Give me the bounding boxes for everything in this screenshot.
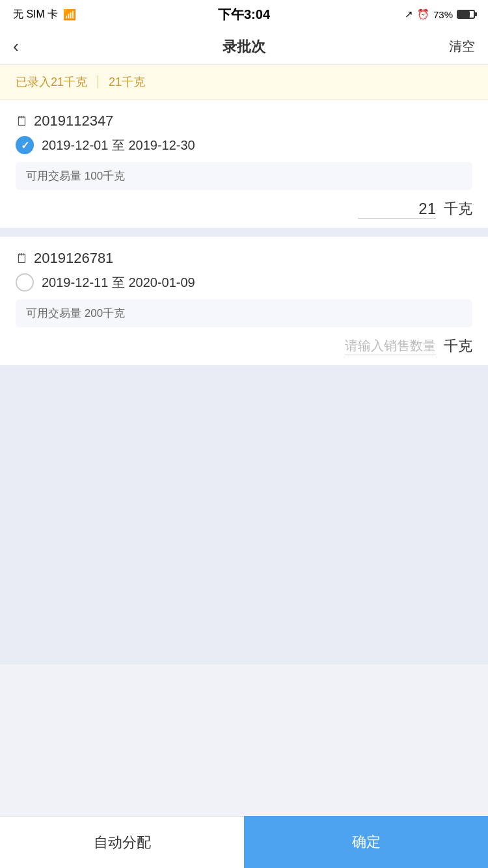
batch-1-qty-value: 21 <box>418 200 436 217</box>
batch-2-placeholder: 请输入销售数量 <box>345 338 436 353</box>
batch-2-number: 2019126781 <box>34 250 113 267</box>
batch-1-number: 2019112347 <box>34 113 113 129</box>
batch-1-available: 可用交易量 100千克 <box>16 162 472 190</box>
batch-2-date-row[interactable]: 2019-12-11 至 2020-01-09 <box>16 273 472 292</box>
batch-1-unit: 千克 <box>444 199 472 219</box>
batch-2-content: 🗒 2019126781 2019-12-11 至 2020-01-09 可用交… <box>0 237 488 327</box>
battery-percent: 73% <box>433 9 453 20</box>
batch-2-available-text: 可用交易量 200千克 <box>26 307 125 319</box>
summary-divider <box>98 75 98 88</box>
empty-area <box>0 365 488 664</box>
batch-item-2: 🗒 2019126781 2019-12-11 至 2020-01-09 可用交… <box>0 237 488 365</box>
batch-2-unit: 千克 <box>444 336 472 356</box>
back-button[interactable]: ‹ <box>13 36 19 57</box>
status-time: 下午3:04 <box>218 6 270 23</box>
batch-1-content: 🗒 2019112347 2019-12-01 至 2019-12-30 可用交… <box>0 100 488 190</box>
batch-1-date-row[interactable]: 2019-12-01 至 2019-12-30 <box>16 136 472 154</box>
battery-icon <box>457 10 475 19</box>
batch-2-icon: 🗒 <box>16 251 29 266</box>
batch-1-number-row: 🗒 2019112347 <box>16 113 472 129</box>
nav-bar: ‹ 录批次 清空 <box>0 29 488 65</box>
batch-2-qty-input[interactable]: 请输入销售数量 <box>345 337 436 355</box>
batch-1-icon: 🗒 <box>16 114 29 129</box>
summary-value: 21千克 <box>109 74 145 90</box>
batch-item-1: 🗒 2019112347 2019-12-01 至 2019-12-30 可用交… <box>0 100 488 228</box>
batch-2-qty-row: 请输入销售数量 千克 <box>0 327 488 365</box>
confirm-button[interactable]: 确定 <box>244 816 488 868</box>
summary-label: 已录入21千克 <box>16 74 87 90</box>
batch-1-qty-row: 21 千克 <box>0 190 488 228</box>
status-left: 无 SIM 卡 📶 <box>13 8 76 21</box>
batch-1-available-text: 可用交易量 100千克 <box>26 170 125 182</box>
bottom-bar: 自动分配 确定 <box>0 816 488 868</box>
status-right: ↗ ⏰ 73% <box>405 8 475 20</box>
alarm-icon: ⏰ <box>417 8 429 20</box>
batch-2-radio[interactable] <box>16 273 34 292</box>
wifi-icon: 📶 <box>63 8 76 21</box>
batch-2-number-row: 🗒 2019126781 <box>16 250 472 267</box>
batch-2-date: 2019-12-11 至 2020-01-09 <box>42 274 195 292</box>
clear-button[interactable]: 清空 <box>449 38 475 55</box>
carrier-text: 无 SIM 卡 <box>13 8 58 21</box>
section-gap-1 <box>0 228 488 237</box>
location-icon: ↗ <box>405 8 413 20</box>
page-title: 录批次 <box>223 37 265 57</box>
auto-distribute-button[interactable]: 自动分配 <box>0 816 244 868</box>
summary-banner: 已录入21千克 21千克 <box>0 65 488 100</box>
batch-1-date: 2019-12-01 至 2019-12-30 <box>42 137 195 154</box>
batch-2-available: 可用交易量 200千克 <box>16 299 472 327</box>
batch-1-radio[interactable] <box>16 136 34 154</box>
status-bar: 无 SIM 卡 📶 下午3:04 ↗ ⏰ 73% <box>0 0 488 29</box>
batch-1-qty-input[interactable]: 21 <box>358 200 436 219</box>
